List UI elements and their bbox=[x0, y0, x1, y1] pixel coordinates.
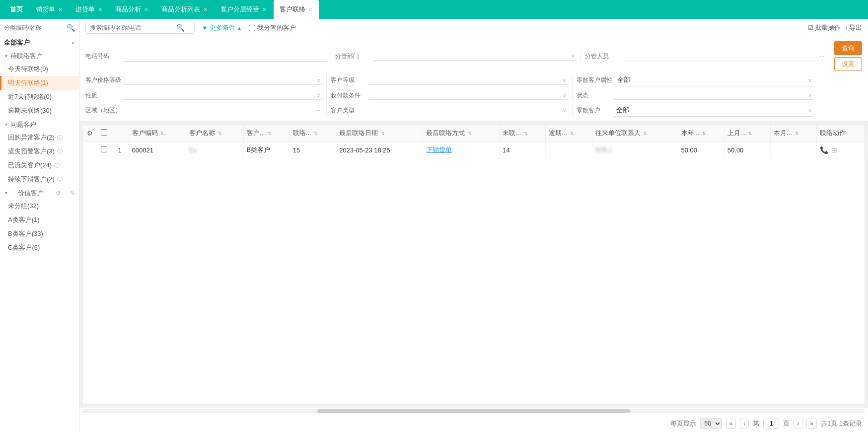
ellipsis-icon[interactable]: ··· bbox=[820, 53, 824, 59]
sidebar-item-repurchase-anomaly[interactable]: 回购异常客户(2) ⓘ bbox=[0, 131, 79, 144]
sidebar-group-value[interactable]: 价值客户 ↺ ✎ bbox=[0, 186, 79, 199]
col-last-month[interactable]: 上月... ⇅ bbox=[724, 125, 770, 142]
more-filter-button[interactable]: ▼ 更多条件 ▲ bbox=[199, 22, 245, 34]
last-page-button[interactable]: » bbox=[806, 419, 817, 429]
col-overdue[interactable]: 逾期... ⇅ bbox=[546, 125, 592, 142]
row-last-method[interactable]: 下销货单 bbox=[423, 142, 500, 158]
ellipsis-icon[interactable]: ··· bbox=[316, 107, 320, 113]
table-header-row: ⚙ 客户编码 ⇅ 客户名称 ⇅ bbox=[83, 125, 865, 142]
filter-select-payment[interactable]: ∨ bbox=[368, 91, 568, 100]
sidebar-item-c-class[interactable]: C类客户(6) bbox=[0, 241, 79, 255]
sort-icon: ⇅ bbox=[268, 131, 272, 136]
sidebar-item-overdue[interactable]: 逾期未联络(30) bbox=[0, 104, 79, 118]
filter-row-2: 客户价格等级 ∨ 客户等级 ∨ 零散客户属性 bbox=[85, 74, 862, 86]
filter-select-nature[interactable]: ∨ bbox=[123, 91, 322, 100]
sidebar-group-problem[interactable]: 问题客户 bbox=[0, 118, 79, 131]
col-contact[interactable]: 联络... ⇅ bbox=[289, 125, 336, 142]
filter-label-price-level: 客户价格等级 bbox=[85, 76, 121, 84]
info-icon: ⓘ bbox=[57, 135, 63, 141]
pagination-bar: 每页显示 50 « ‹ 第 页 › » 共1页 1条记录 bbox=[79, 415, 868, 432]
close-icon[interactable]: ✕ bbox=[144, 6, 148, 13]
filter-cell-retail: 零散客户 全部 ∨ bbox=[577, 104, 813, 117]
search-icon[interactable]: 🔍 bbox=[67, 24, 75, 32]
filter-select-status[interactable]: ∨ bbox=[614, 91, 813, 100]
nav-tab-3[interactable]: 商品分析列表 ✕ bbox=[155, 0, 214, 19]
col-customer-code[interactable]: 客户编码 ⇅ bbox=[129, 125, 186, 142]
sidebar-item-a-class[interactable]: A类客户(1) bbox=[0, 213, 79, 227]
filter-select-level[interactable]: ∨ bbox=[368, 76, 568, 85]
filter-select-price-level[interactable]: ∨ bbox=[124, 76, 322, 85]
nav-tab-1[interactable]: 进货单 ✕ bbox=[70, 0, 108, 19]
my-customers-check[interactable] bbox=[249, 25, 255, 31]
query-button[interactable]: 查询 bbox=[834, 41, 862, 55]
sidebar-item-7days[interactable]: 近7天待联络(0) bbox=[0, 90, 79, 104]
chevron-left-icon[interactable]: « bbox=[72, 39, 75, 46]
chevron-down-icon: ∨ bbox=[563, 77, 566, 83]
sidebar-item-declining[interactable]: 持续下滑客户(2) ⓘ bbox=[0, 172, 79, 186]
gear-icon[interactable]: ⚙ bbox=[87, 130, 93, 137]
nav-tab-2[interactable]: 商品分析 ✕ bbox=[109, 0, 154, 19]
sidebar-search-input[interactable] bbox=[4, 24, 65, 31]
sidebar-item-churn-warning[interactable]: 流失预警客户(3) ⓘ bbox=[0, 144, 79, 158]
col-last-date[interactable]: 最后联络日期 ⇅ bbox=[336, 125, 423, 142]
filter-select-region[interactable]: ··· bbox=[124, 106, 322, 115]
nav-home[interactable]: 首页 bbox=[4, 0, 29, 19]
col-customer-name[interactable]: 客户名称 ⇅ bbox=[186, 125, 244, 142]
sidebar-item-today[interactable]: 今天待联络(0) bbox=[0, 62, 79, 76]
filter-select-retail-attr[interactable]: 全部 ∨ bbox=[615, 74, 813, 86]
close-icon[interactable]: ✕ bbox=[308, 6, 313, 13]
filter-label-customer-type: 客户类型 bbox=[331, 106, 365, 115]
sidebar-item-churned[interactable]: 已流失客户(24) ⓘ bbox=[0, 158, 79, 172]
nav-tab-0[interactable]: 销货单 ✕ bbox=[30, 0, 69, 19]
filter-select-customer-type[interactable]: ∨ bbox=[368, 106, 568, 115]
page-number-input[interactable] bbox=[763, 419, 779, 429]
col-checkbox-header[interactable] bbox=[97, 125, 111, 142]
sort-icon: ⇅ bbox=[643, 131, 647, 136]
close-icon[interactable]: ✕ bbox=[98, 6, 102, 13]
prev-page-button[interactable]: ‹ bbox=[740, 419, 749, 429]
col-year-amount[interactable]: 本年... ⇅ bbox=[678, 125, 724, 142]
page-size-select[interactable]: 50 bbox=[700, 418, 722, 429]
horizontal-scrollbar[interactable] bbox=[79, 407, 868, 415]
row-checkbox[interactable] bbox=[97, 142, 111, 158]
filter-select-manager[interactable]: ··· bbox=[623, 52, 826, 61]
filter-select-dept[interactable]: ∨ bbox=[373, 52, 577, 61]
sidebar-item-ungrouped[interactable]: 未分组(32) bbox=[0, 199, 79, 213]
filter-select-retail[interactable]: 全部 ∨ bbox=[614, 104, 813, 117]
col-this-month[interactable]: 本月... ⇅ bbox=[771, 125, 817, 142]
edit-icon[interactable]: ✎ bbox=[70, 190, 75, 197]
chevron-up-icon: ▲ bbox=[237, 25, 242, 31]
phone-icon[interactable]: 📞 bbox=[820, 146, 828, 154]
setting-button[interactable]: 设置 bbox=[834, 57, 862, 71]
table-row: 1 000021 Ea B类客户 15 bbox=[83, 142, 865, 158]
filter-input-phone[interactable] bbox=[123, 51, 327, 62]
chevron-down-icon: ∨ bbox=[808, 92, 811, 98]
close-icon[interactable]: ✕ bbox=[203, 6, 208, 13]
sidebar-group-pending[interactable]: 待联络客户 bbox=[0, 49, 79, 62]
my-customers-checkbox[interactable]: 我分管的客户 bbox=[249, 23, 296, 32]
refresh-icon[interactable]: ↺ bbox=[56, 190, 61, 197]
close-icon[interactable]: ✕ bbox=[58, 6, 63, 13]
close-icon[interactable]: ✕ bbox=[262, 6, 267, 13]
grid-icon[interactable]: ⊞ bbox=[831, 146, 837, 154]
next-page-button[interactable]: › bbox=[794, 419, 802, 429]
col-uncontacted[interactable]: 未联... ⇅ bbox=[500, 125, 546, 142]
bulk-operation-button[interactable]: ☑ 批量操作 bbox=[808, 23, 841, 32]
search-input[interactable] bbox=[90, 24, 174, 31]
col-customer-type[interactable]: 客户... ⇅ bbox=[243, 125, 289, 142]
col-gear[interactable]: ⚙ bbox=[83, 125, 97, 142]
sidebar-item-b-class[interactable]: B类客户(33) bbox=[0, 227, 79, 241]
select-all-checkbox[interactable] bbox=[101, 129, 107, 136]
export-button[interactable]: ↑ 导出 bbox=[845, 23, 862, 32]
nav-tab-4[interactable]: 客户分层经营 ✕ bbox=[215, 0, 273, 19]
sort-icon: ⇅ bbox=[218, 131, 222, 136]
sidebar-all-customers[interactable]: 全部客户 « bbox=[0, 35, 79, 49]
col-last-method[interactable]: 最后联络方式 ⇅ bbox=[423, 125, 500, 142]
row-select-checkbox[interactable] bbox=[101, 146, 107, 152]
col-unit-contact[interactable]: 往来单位联系人 ⇅ bbox=[592, 125, 678, 142]
nav-tab-5[interactable]: 客户联络 ✕ bbox=[274, 0, 319, 19]
search-icon[interactable]: 🔍 bbox=[176, 24, 185, 32]
info-icon: ⓘ bbox=[57, 176, 63, 182]
first-page-button[interactable]: « bbox=[726, 419, 736, 429]
sidebar-item-tomorrow[interactable]: 明天待联络(1) bbox=[0, 76, 79, 90]
